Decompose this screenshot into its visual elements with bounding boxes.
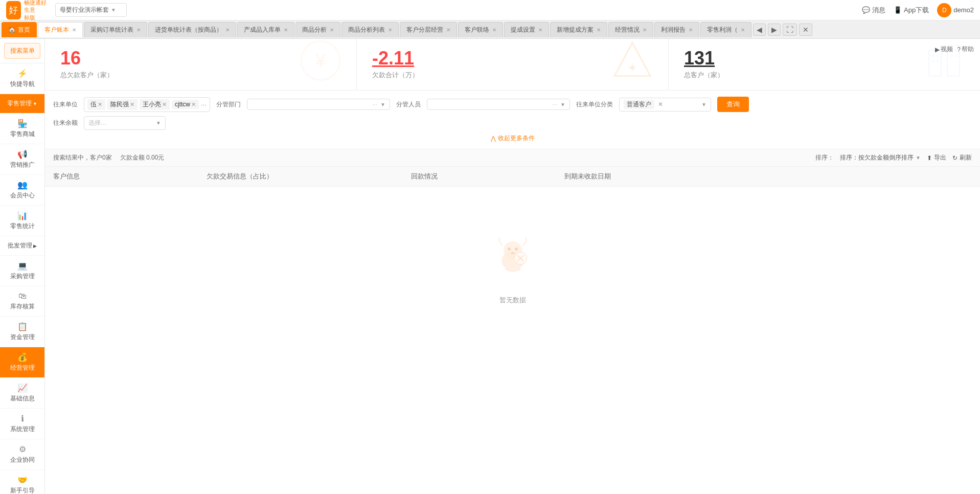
tab-purchase-stat[interactable]: 进货单统计表（按商品） ✕ bbox=[148, 22, 236, 37]
sidebar-item-ecommerce[interactable]: 💻 采购管理 bbox=[0, 256, 44, 286]
unit-tag-chen-close[interactable]: ✕ bbox=[130, 101, 134, 108]
tab-close-proposal-settings[interactable]: ✕ bbox=[538, 27, 542, 33]
tab-close-customer-book[interactable]: ✕ bbox=[72, 27, 76, 33]
tab-close-new-proposal[interactable]: ✕ bbox=[597, 27, 601, 33]
sidebar-item-quick-nav[interactable]: ⚡ 快捷导航 bbox=[0, 63, 44, 94]
table-col-header-due-date: 到期未收款日期 bbox=[564, 172, 972, 181]
tab-close-profit-report[interactable]: ✕ bbox=[689, 27, 693, 33]
retail-stat-icon: 📊 bbox=[17, 211, 28, 220]
sidebar-item-member[interactable]: 👥 会员中心 bbox=[0, 175, 44, 206]
sidebar-item-retail-mall[interactable]: 🏪 零售商城 bbox=[0, 114, 44, 144]
stat-label-total-customers: 总客户（家） bbox=[684, 71, 965, 80]
download-icon: 📱 bbox=[894, 6, 902, 14]
unit-filter-tags[interactable]: 伍 ✕ 陈民强 ✕ 王小亮 ✕ bbox=[84, 97, 210, 112]
top-right: 💬 消息 📱 App下载 D demo2 bbox=[862, 3, 974, 17]
unit-tag-wang-close[interactable]: ✕ bbox=[162, 101, 167, 108]
tab-close-product-analysis-list[interactable]: ✕ bbox=[388, 27, 392, 33]
user-profile[interactable]: D demo2 bbox=[937, 3, 974, 17]
operations-mgmt-icon: 📈 bbox=[17, 383, 28, 393]
tab-product-analysis[interactable]: 商品分析 ✕ bbox=[295, 22, 340, 37]
svg-point-17 bbox=[515, 248, 518, 251]
sort-select[interactable]: 排序：按欠款金额倒序排序 ▼ bbox=[840, 153, 921, 162]
sort-dropdown-icon: ▼ bbox=[916, 155, 921, 161]
tab-new-proposal[interactable]: 新增提成方案 ✕ bbox=[550, 22, 607, 37]
export-button[interactable]: ⬆ 导出 bbox=[927, 153, 946, 162]
category-filter-select[interactable]: 普通客户 ✕ ▼ bbox=[619, 98, 711, 111]
svg-point-18 bbox=[511, 252, 515, 254]
tab-close-all-button[interactable]: ✕ bbox=[799, 24, 812, 36]
person-more-icon: ··· bbox=[553, 101, 557, 107]
unit-tag-cjttcw-close[interactable]: ✕ bbox=[191, 101, 196, 108]
person-dropdown-icon: ▼ bbox=[560, 102, 565, 107]
logo-icon: 好 bbox=[6, 1, 21, 19]
sidebar-item-inventory[interactable]: 📋 资金管理 bbox=[0, 317, 44, 347]
tab-purchase-order[interactable]: 采购订单统计表 ✕ bbox=[84, 22, 147, 37]
search-result-bar: 搜索结果中，客户0家 欠款金额 0.00元 排序： 排序：按欠款金额倒序排序 ▼… bbox=[45, 149, 980, 167]
dept-filter-select[interactable]: ··· ▼ bbox=[247, 99, 390, 110]
app-download-button[interactable]: 📱 App下载 bbox=[894, 6, 929, 15]
sidebar-item-finance[interactable]: 💰 经营管理 bbox=[0, 347, 44, 378]
sidebar-item-retail[interactable]: 零售管理 ▼ bbox=[0, 94, 44, 114]
message-button[interactable]: 💬 消息 bbox=[862, 6, 885, 15]
sort-label: 排序： bbox=[815, 153, 834, 162]
tab-profit-report[interactable]: 利润报告 ✕ bbox=[654, 22, 699, 37]
tab-product-analysis-list[interactable]: 商品分析列表 ✕ bbox=[341, 22, 399, 37]
unit-tag-wu-close[interactable]: ✕ bbox=[98, 101, 102, 108]
query-button[interactable]: 查询 bbox=[717, 97, 749, 112]
tab-customer-book[interactable]: 客户账本 ✕ bbox=[38, 22, 83, 37]
svg-rect-9 bbox=[937, 60, 939, 62]
sidebar-item-wholesale[interactable]: 批发管理 ▶ bbox=[0, 236, 44, 256]
sidebar-item-enterprise[interactable]: 🤝 新手引导 bbox=[0, 470, 44, 494]
sidebar-item-system[interactable]: ⚙ 企业协同 bbox=[0, 439, 44, 470]
sidebar-item-retail-stat[interactable]: 📊 零售统计 bbox=[0, 206, 44, 236]
tab-customer-tier[interactable]: 客户分层经营 ✕ bbox=[400, 22, 457, 37]
unit-filter-label: 往来单位 bbox=[53, 100, 78, 109]
sidebar-item-marketing[interactable]: 📢 营销推广 bbox=[0, 144, 44, 175]
dept-filter-label: 分管部门 bbox=[216, 100, 241, 109]
collapse-button[interactable]: ⋀ 收起更多条件 bbox=[491, 134, 535, 143]
tab-fullscreen-button[interactable]: ⛶ bbox=[783, 24, 797, 36]
stat-label-debt-customers: 总欠款客户（家） bbox=[60, 71, 341, 80]
help-link[interactable]: ? 帮助 bbox=[957, 45, 974, 54]
logo-area: 好 畅捷通好生意 标版 bbox=[6, 0, 51, 21]
tab-proposal-settings[interactable]: 提成设置 ✕ bbox=[504, 22, 549, 37]
tab-next-button[interactable]: ▶ bbox=[768, 24, 781, 36]
tab-close-product-in[interactable]: ✕ bbox=[284, 27, 288, 33]
stat-total-customers: 131 总客户（家） bbox=[669, 39, 980, 90]
basic-info-icon: ℹ bbox=[21, 414, 24, 423]
tab-close-purchase-stat[interactable]: ✕ bbox=[225, 27, 230, 33]
svg-rect-13 bbox=[955, 55, 958, 57]
unit-tags-more[interactable]: ··· bbox=[201, 101, 207, 108]
refresh-button[interactable]: ↻ 刷新 bbox=[952, 153, 972, 162]
tab-prev-button[interactable]: ◀ bbox=[753, 24, 766, 36]
workspace-selector[interactable]: 母婴行业演示帐套 ▼ bbox=[55, 3, 127, 17]
svg-point-16 bbox=[508, 248, 511, 251]
category-filter-label: 往来单位分类 bbox=[576, 100, 613, 109]
tab-close-retail-profit[interactable]: ✕ bbox=[741, 27, 745, 33]
sidebar-item-basic-info[interactable]: ℹ 系统管理 bbox=[0, 409, 44, 439]
tab-product-in[interactable]: 产成品入库单 ✕ bbox=[237, 22, 294, 37]
person-filter-select[interactable]: ··· ▼ bbox=[427, 99, 570, 110]
tab-home[interactable]: 🏠 首页 bbox=[2, 22, 37, 37]
stat-icon-debt-amount: ✦ bbox=[612, 40, 653, 89]
tab-operations[interactable]: 经营情况 ✕ bbox=[608, 22, 653, 37]
top-bar: 好 畅捷通好生意 标版 母婴行业演示帐套 ▼ 💬 消息 📱 App下载 D de… bbox=[0, 0, 980, 20]
tab-close-customer-contact[interactable]: ✕ bbox=[492, 27, 496, 33]
tab-retail-profit[interactable]: 零售利润（ ✕ bbox=[700, 22, 751, 37]
tab-close-operations[interactable]: ✕ bbox=[643, 27, 647, 33]
member-icon: 👥 bbox=[17, 180, 28, 190]
stat-label-debt-amount: 欠款合计（万） bbox=[372, 71, 653, 80]
sidebar-item-purchase[interactable]: 🛍 库存核算 bbox=[0, 286, 44, 317]
tab-close-customer-tier[interactable]: ✕ bbox=[446, 27, 450, 33]
tab-customer-contact[interactable]: 客户联络 ✕ bbox=[458, 22, 503, 37]
search-menu-button[interactable]: 搜索菜单 bbox=[4, 43, 40, 59]
search-result-left: 搜索结果中，客户0家 欠款金额 0.00元 bbox=[53, 153, 164, 162]
tab-close-product-analysis[interactable]: ✕ bbox=[330, 27, 334, 33]
balance-filter-select[interactable]: 选择... ▼ bbox=[84, 116, 166, 130]
category-dropdown-icon: ▼ bbox=[701, 102, 706, 107]
person-filter-label: 分管人员 bbox=[396, 100, 421, 109]
sidebar-item-operations-mgmt[interactable]: 📈 基础信息 bbox=[0, 378, 44, 409]
video-link[interactable]: ▶ 视频 bbox=[935, 45, 953, 54]
tab-close-purchase-order[interactable]: ✕ bbox=[136, 27, 141, 33]
category-tag-close[interactable]: ✕ bbox=[658, 101, 663, 108]
